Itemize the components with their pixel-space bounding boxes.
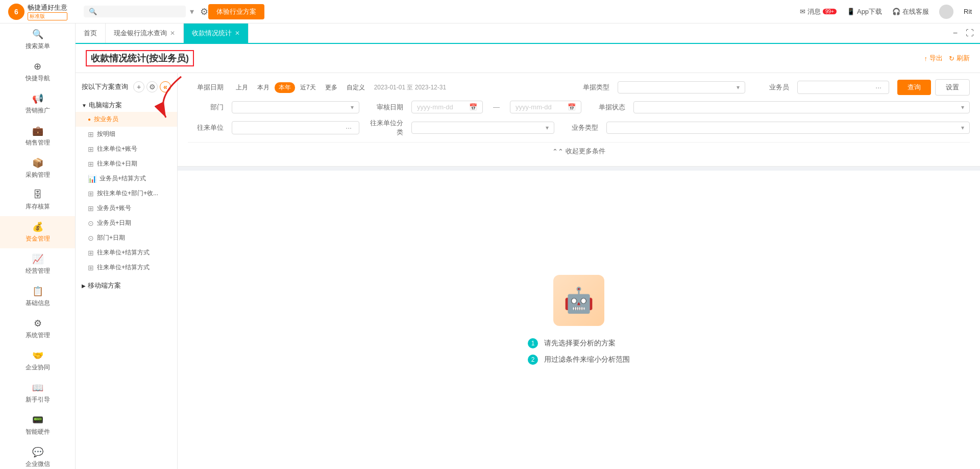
bot-illustration: 🤖 xyxy=(564,286,594,315)
calendar-start-icon[interactable]: 📅 xyxy=(469,103,477,111)
wechat-icon: 💬 xyxy=(32,447,43,458)
date-dash: — xyxy=(493,103,500,111)
user-name: Rit xyxy=(964,8,972,15)
refresh-icon: ↻ xyxy=(949,55,954,62)
export-btn[interactable]: ↑ 导出 xyxy=(924,54,943,63)
tree-desktop-section: ▼ 电脑端方案 ● 按业务员 ⊞ 按明细 ⊞ 往来单位+账号 xyxy=(76,97,177,277)
empty-step-1: 1 请先选择要分析的方案 xyxy=(528,338,630,348)
empty-state: 🤖 1 请先选择要分析的方案 2 用过滤条件来缩小分析范围 xyxy=(178,171,980,469)
tree-item-partner-settle2[interactable]: ⊞ 往来单位+结算方式 xyxy=(76,260,177,275)
date-tab-more[interactable]: 更多 xyxy=(321,82,341,93)
partner-category-select[interactable]: ▾ xyxy=(411,122,554,134)
minimize-btn[interactable]: − xyxy=(951,27,960,40)
sidebar-item-inventory[interactable]: 🗄 库存核算 xyxy=(0,184,75,216)
dept-select[interactable]: ▾ xyxy=(232,101,359,113)
empty-step-2: 2 用过滤条件来缩小分析范围 xyxy=(528,355,630,365)
partner-label: 往来单位 xyxy=(188,123,224,132)
quick-nav-icon: ⊕ xyxy=(34,61,41,72)
tree-item-partner-dept[interactable]: ⊞ 按往来单位+部门+收... xyxy=(76,186,177,201)
collapse-more-btn[interactable]: ⌃⌃ 收起更多条件 xyxy=(188,142,970,160)
collapse-panel-btn[interactable]: « xyxy=(160,81,171,92)
tab-bank-flow[interactable]: 现金银行流水查询 ✕ xyxy=(106,24,184,43)
user-avatar[interactable] xyxy=(939,5,953,19)
sidebar-item-wechat[interactable]: 💬 企业微信 xyxy=(0,441,75,469)
partner-dots-icon[interactable]: ··· xyxy=(344,124,354,132)
sidebar-item-sales[interactable]: 💼 销售管理 xyxy=(0,120,75,152)
partner-select[interactable]: ··· xyxy=(232,121,359,134)
tab-collection-label: 收款情况统计 xyxy=(192,29,232,38)
date-tab-this-month[interactable]: 本月 xyxy=(253,82,274,93)
sidebar-item-smart-hw[interactable]: 📟 智能硬件 xyxy=(0,409,75,441)
maximize-btn[interactable]: ⛶ xyxy=(964,27,976,40)
date-tab-7days[interactable]: 近7天 xyxy=(296,82,320,93)
tab-collection[interactable]: 收款情况统计 ✕ xyxy=(184,24,249,43)
sidebar-item-guide[interactable]: 📖 新手引导 xyxy=(0,377,75,409)
date-tab-last-month[interactable]: 上月 xyxy=(232,82,252,93)
trial-industry-btn[interactable]: 体验行业方案 xyxy=(208,4,264,19)
audit-date-end[interactable]: yyyy-mm-dd 📅 xyxy=(510,101,581,113)
main-layout: 🔍 搜索菜单 ⊕ 快捷导航 📢 营销推广 💼 销售管理 📦 采购管理 🗄 库存核… xyxy=(0,24,980,469)
gear-scheme-btn[interactable]: ⚙ xyxy=(146,81,158,92)
tree-item-partner-date[interactable]: ⊞ 往来单位+日期 xyxy=(76,156,177,171)
tree-item-by-staff[interactable]: ● 按业务员 xyxy=(76,112,177,127)
inventory-icon: 🗄 xyxy=(33,190,42,200)
date-tab-custom[interactable]: 自定义 xyxy=(342,82,369,93)
search-box[interactable]: 🔍 xyxy=(84,6,186,17)
sidebar-item-marketing[interactable]: 📢 营销推广 xyxy=(0,88,75,120)
tree-item-partner-account[interactable]: ⊞ 往来单位+账号 xyxy=(76,142,177,156)
refresh-btn[interactable]: ↻ 刷新 xyxy=(949,54,970,63)
calendar-end-icon[interactable]: 📅 xyxy=(568,103,576,111)
sales-icon: 💼 xyxy=(32,125,43,136)
tab-bank-flow-close[interactable]: ✕ xyxy=(170,30,175,36)
tree-item-staff-settlement[interactable]: 📊 业务员+结算方式 xyxy=(76,171,177,186)
dept-date-icon: ⊙ xyxy=(88,234,94,242)
date-tab-this-year[interactable]: 本年 xyxy=(275,82,295,93)
add-scheme-btn[interactable]: + xyxy=(133,81,144,92)
sidebar-item-operations[interactable]: 📈 经营管理 xyxy=(0,248,75,280)
empty-illustration: 🤖 xyxy=(553,275,604,326)
partner-dept-icon: ⊞ xyxy=(88,190,94,198)
sidebar-label-marketing: 营销推广 xyxy=(26,106,50,115)
marketing-icon: 📢 xyxy=(32,93,43,104)
setting-btn[interactable]: 设置 xyxy=(935,79,970,96)
staff-dots-icon[interactable]: ··· xyxy=(873,83,884,91)
search-input[interactable] xyxy=(100,8,172,15)
tree-mobile-header[interactable]: ▶ 移动端方案 xyxy=(76,279,177,292)
tree-item-by-detail[interactable]: ⊞ 按明细 xyxy=(76,127,177,142)
staff-select[interactable]: ··· xyxy=(797,81,889,94)
doc-status-select[interactable]: ▾ xyxy=(633,101,970,113)
sidebar-item-enterprise[interactable]: 🤝 企业协同 xyxy=(0,345,75,377)
phone-icon: 📱 xyxy=(847,8,855,15)
sidebar-item-search-menu[interactable]: 🔍 搜索菜单 xyxy=(0,24,75,56)
sidebar-item-system[interactable]: ⚙ 系统管理 xyxy=(0,313,75,345)
sidebar-item-purchase[interactable]: 📦 采购管理 xyxy=(0,152,75,184)
tree-item-staff-date[interactable]: ⊙ 业务员+日期 xyxy=(76,216,177,230)
tree-item-staff-account[interactable]: ⊞ 业务员+账号 xyxy=(76,201,177,216)
tree-item-dept-date[interactable]: ⊙ 部门+日期 xyxy=(76,230,177,245)
system-icon: ⚙ xyxy=(34,318,42,329)
sidebar-item-quick-nav[interactable]: ⊕ 快捷导航 xyxy=(0,56,75,88)
tree-item-partner-settle1[interactable]: ⊞ 往来单位+结算方式 xyxy=(76,245,177,260)
doc-status-label: 单据状态 xyxy=(590,103,625,112)
tab-collection-close[interactable]: ✕ xyxy=(235,30,240,36)
tab-bank-flow-label: 现金银行流水查询 xyxy=(114,29,167,38)
dept-arrow-icon: ▾ xyxy=(351,104,354,111)
app-download-item[interactable]: 📱 App下载 xyxy=(847,7,882,16)
doc-type-select[interactable]: ▾ xyxy=(618,81,745,93)
sidebar-item-basic-info[interactable]: 📋 基础信息 xyxy=(0,280,75,313)
sidebar-label-guide: 新手引导 xyxy=(26,395,50,404)
query-btn[interactable]: 查询 xyxy=(897,80,931,95)
messages-item[interactable]: ✉ 消息 99+ xyxy=(800,7,837,16)
audit-end-placeholder: yyyy-mm-dd xyxy=(516,103,552,111)
tab-home[interactable]: 首页 xyxy=(76,24,106,43)
audit-date-start[interactable]: yyyy-mm-dd 📅 xyxy=(411,101,483,113)
gear-settings-icon[interactable]: ⚙ xyxy=(200,6,208,17)
dropdown-arrow-icon[interactable]: ▾ xyxy=(190,7,194,16)
sidebar-label-purchase: 采购管理 xyxy=(26,171,50,179)
filter-row-3: 往来单位 ··· 往来单位分类 ▾ 业务类型 ▾ xyxy=(188,119,970,137)
sidebar-item-finance[interactable]: 💰 资金管理 xyxy=(0,216,75,248)
tree-desktop-header[interactable]: ▼ 电脑端方案 xyxy=(76,99,177,112)
biz-type-select[interactable]: ▾ xyxy=(606,122,970,134)
sidebar-label-quicknav: 快捷导航 xyxy=(26,74,50,83)
online-service-item[interactable]: 🎧 在线客服 xyxy=(892,7,929,16)
